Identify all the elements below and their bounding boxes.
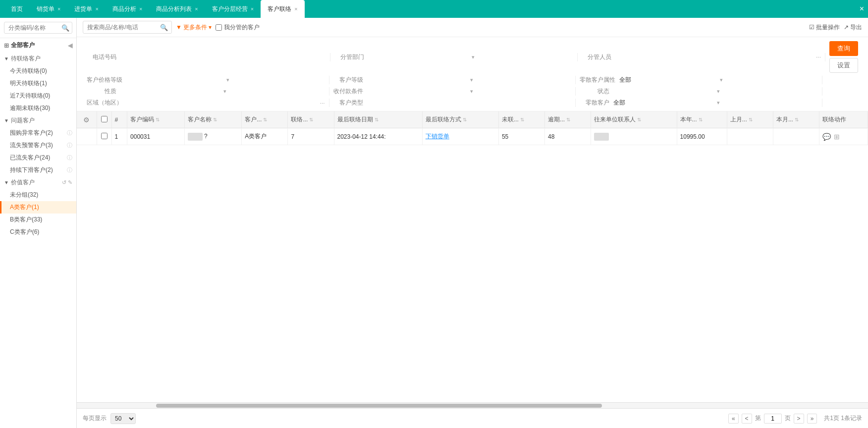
close-customer-contact-tab[interactable]: × xyxy=(294,6,297,12)
export-button[interactable]: ↗ 导出 xyxy=(844,23,862,32)
status-select[interactable]: ▾ xyxy=(613,88,818,95)
sort-not-contact-icon[interactable]: ⇅ xyxy=(520,117,524,122)
section-pending-contact[interactable]: ▼ 待联络客户 xyxy=(0,53,76,65)
sort-contact-icon[interactable]: ⇅ xyxy=(309,117,313,122)
close-goods-list-tab[interactable]: × xyxy=(195,6,198,12)
price-grade-select[interactable]: ▾ xyxy=(126,77,325,83)
last-method-link[interactable]: 下销货单 xyxy=(426,133,449,140)
sidebar-item-class-a[interactable]: A类客户(1) xyxy=(0,201,76,214)
sort-last-month-icon[interactable]: ⇅ xyxy=(749,117,753,122)
nav-customer-segment[interactable]: 客户分层经营 × xyxy=(205,0,261,18)
sidebar-item-7days[interactable]: 近7天待联络(0) xyxy=(0,90,76,102)
nav-sales[interactable]: 销货单 × xyxy=(30,0,67,18)
filter-row-1: 电话号码 分管部门 ▾ 分管人员 ··· xyxy=(83,41,862,73)
settings-button[interactable]: 设置 xyxy=(829,58,858,73)
customer-grade-select[interactable]: ▾ xyxy=(367,77,572,83)
sort-this-month-icon[interactable]: ⇅ xyxy=(795,117,799,122)
section-value-customers[interactable]: ▼ 价值客户 ↺ ✎ xyxy=(0,176,76,189)
filter-search-input[interactable] xyxy=(83,21,172,34)
sort-person-icon[interactable]: ⇅ xyxy=(637,117,641,122)
my-customers-checkbox[interactable] xyxy=(216,24,222,31)
region-dots[interactable]: ··· xyxy=(320,100,325,107)
nature-select[interactable]: ▾ xyxy=(120,88,325,95)
sidebar-item-churn-warning[interactable]: 流失预警客户(3) ⓘ xyxy=(0,139,76,152)
phone-input[interactable] xyxy=(120,54,326,60)
sidebar-collapse-icon[interactable]: ◀ xyxy=(68,42,72,49)
sort-this-year-icon[interactable]: ⇅ xyxy=(699,117,703,122)
sidebar-item-unclassified[interactable]: 未分组(32) xyxy=(0,189,76,201)
sort-method-icon[interactable]: ⇅ xyxy=(463,117,467,122)
filter-cell-customer-type: 客户类型 xyxy=(329,99,576,107)
grid-icon: ⊞ xyxy=(4,42,9,49)
nav-goods-list[interactable]: 商品分析列表 × xyxy=(149,0,205,18)
edit-icon[interactable]: ✎ xyxy=(68,179,72,186)
col-last-method: 最后联络方式 ⇅ xyxy=(422,111,498,128)
col-code: 客户编码 ⇅ xyxy=(127,111,185,128)
nav-purchase[interactable]: 进货单 × xyxy=(67,0,105,18)
close-goods-analysis-tab[interactable]: × xyxy=(139,6,142,12)
sort-code-icon[interactable]: ⇅ xyxy=(156,117,160,122)
last-page-btn[interactable]: » xyxy=(807,414,817,424)
export-icon: ↗ xyxy=(844,24,849,31)
row-this-month xyxy=(773,128,819,145)
sidebar-item-class-b[interactable]: B类客户(33) xyxy=(0,214,76,226)
col-this-year: 本年... ⇅ xyxy=(677,111,727,128)
filter-row-3: 性质 ▾ 收付款条件 ▾ 状态 xyxy=(83,87,862,96)
row-checkbox[interactable] xyxy=(101,133,108,139)
sidebar-item-declining[interactable]: 持续下滑客户(2) ⓘ xyxy=(0,164,76,176)
sort-overdue-icon[interactable]: ⇅ xyxy=(566,117,570,122)
filter-cell-customer-grade: 客户等级 ▾ xyxy=(329,76,576,84)
top-nav: 首页 销货单 × 进货单 × 商品分析 × 商品分析列表 × 客户分层经营 × … xyxy=(0,0,868,18)
close-sales-tab[interactable]: × xyxy=(57,6,60,12)
chevron-down-icon: ▾ xyxy=(209,24,212,31)
close-customer-segment-tab[interactable]: × xyxy=(251,6,254,12)
more-filters-button[interactable]: ▼ 更多条件 ▾ xyxy=(176,23,212,32)
refresh-icon[interactable]: ↺ xyxy=(62,179,66,186)
retail-select[interactable]: 全部 ▾ xyxy=(613,99,818,107)
scrollbar-thumb[interactable] xyxy=(156,404,602,408)
col-actions: 联络动作 xyxy=(819,111,868,128)
my-customers-filter[interactable]: 我分管的客户 xyxy=(216,23,260,32)
filter-cell-payment: 收付款条件 ▾ xyxy=(329,87,576,96)
sidebar-item-churned[interactable]: 已流失客户(24) ⓘ xyxy=(0,152,76,164)
close-all-tabs[interactable]: × xyxy=(860,4,864,13)
next-page-btn[interactable]: > xyxy=(794,414,804,424)
table-settings-icon[interactable]: ⚙ xyxy=(83,116,90,124)
dept-select[interactable]: ▾ xyxy=(368,54,574,60)
qr-action-icon[interactable]: ⊞ xyxy=(834,133,840,141)
batch-icon: ☑ xyxy=(809,24,814,31)
col-settings: ⚙ xyxy=(77,111,97,128)
retail-attr-select[interactable]: 全部 ▾ xyxy=(619,76,818,84)
nature-chevron: ▾ xyxy=(223,88,325,95)
manager-dots[interactable]: ··· xyxy=(816,54,821,60)
payment-select[interactable]: ▾ xyxy=(367,88,572,95)
page-number-input[interactable] xyxy=(764,414,782,424)
sidebar-item-today[interactable]: 今天待联络(0) xyxy=(0,65,76,77)
nav-home[interactable]: 首页 xyxy=(4,0,30,18)
first-page-btn[interactable]: « xyxy=(728,414,739,424)
sort-date-icon[interactable]: ⇅ xyxy=(375,117,379,122)
query-button[interactable]: 查询 xyxy=(829,41,858,56)
sidebar-item-overdue[interactable]: 逾期未联络(30) xyxy=(0,102,76,114)
close-purchase-tab[interactable]: × xyxy=(95,6,98,12)
section-problem-customers[interactable]: ▼ 问题客户 xyxy=(0,114,76,127)
select-all-checkbox[interactable] xyxy=(101,116,108,122)
row-code: 000031 xyxy=(127,128,185,145)
horizontal-scrollbar[interactable] xyxy=(77,402,868,408)
status-chevron: ▾ xyxy=(717,88,818,95)
table-header-row: ⚙ # 客户编码 ⇅ xyxy=(77,111,868,128)
nav-customer-contact[interactable]: 客户联络 × xyxy=(261,0,304,18)
col-overdue: 逾期... ⇅ xyxy=(545,111,591,128)
prev-page-btn[interactable]: < xyxy=(742,414,752,424)
nav-goods-analysis[interactable]: 商品分析 × xyxy=(106,0,149,18)
batch-op-button[interactable]: ☑ 批量操作 xyxy=(809,23,840,32)
chat-action-icon[interactable]: 💬 xyxy=(822,133,831,141)
sidebar-item-hoarding[interactable]: 囤购异常客户(2) ⓘ xyxy=(0,127,76,139)
query-buttons: 查询 设置 xyxy=(825,41,862,73)
sidebar-item-tomorrow[interactable]: 明天待联络(1) xyxy=(0,77,76,90)
sort-type-icon[interactable]: ⇅ xyxy=(263,117,267,122)
page-size-select[interactable]: 50 100 200 xyxy=(110,413,136,424)
sidebar-all-customers[interactable]: ⊞ 全部客户 ◀ xyxy=(0,38,76,53)
sort-name-icon[interactable]: ⇅ xyxy=(213,117,217,122)
sidebar-item-class-c[interactable]: C类客户(6) xyxy=(0,226,76,238)
